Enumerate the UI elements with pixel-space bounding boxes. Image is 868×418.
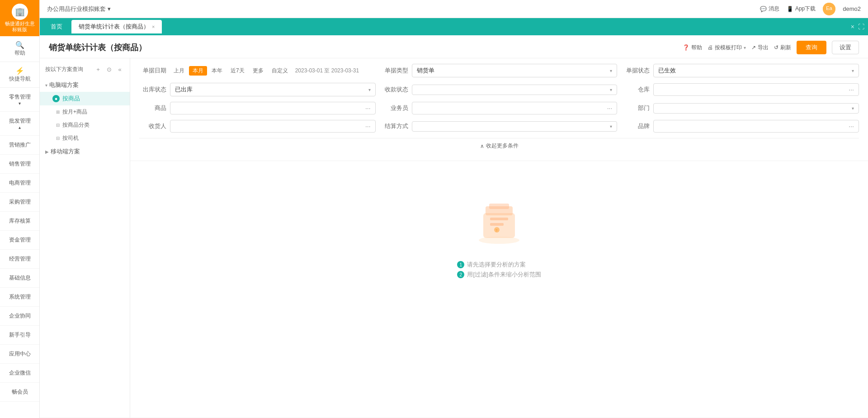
salesperson-more-icon[interactable]: ··· xyxy=(607,104,613,112)
print-dropdown-icon[interactable]: ▾ xyxy=(744,45,746,50)
tab-home[interactable]: 首页 xyxy=(43,20,70,33)
filter-warehouse: 仓库 ··· xyxy=(623,83,859,96)
filter-goods: 商品 ··· xyxy=(139,102,376,114)
help-button[interactable]: ❓ 帮助 xyxy=(683,44,702,52)
sidebar-item-inventory[interactable]: 库存核算 xyxy=(0,212,39,231)
search-menu-label: 帮助 xyxy=(0,49,39,57)
add-scheme-button[interactable]: + xyxy=(94,65,103,74)
collapse-scheme-button[interactable]: « xyxy=(115,65,124,74)
sidebar-item-apps[interactable]: 应用中心 xyxy=(0,345,39,364)
app-download-button[interactable]: 📱 App下载 xyxy=(787,5,816,13)
sidebar-item-system[interactable]: 系统管理 xyxy=(0,288,39,307)
dept-select[interactable]: ▾ xyxy=(653,103,859,114)
minimize-button[interactable]: × xyxy=(851,23,854,30)
brand-more-icon[interactable]: ··· xyxy=(849,123,854,130)
scheme-item-by-driver[interactable]: ⊟ 按司机 xyxy=(40,132,130,145)
help-label: 帮助 xyxy=(691,44,702,52)
sidebar-item-retail[interactable]: 零售管理▾ xyxy=(0,88,39,112)
scheme-item-by-category[interactable]: ⊟ 按商品分类 xyxy=(40,119,130,132)
pc-group-expand-icon: ▾ xyxy=(45,83,47,88)
date-tab-more[interactable]: 更多 xyxy=(249,66,267,76)
nav-items: 零售管理▾ 批发管理▴ 营销推广 销售管理 电商管理 采购管理 库存核算 资金管… xyxy=(0,88,39,418)
scheme-group-mobile[interactable]: ▶ 移动端方案 xyxy=(40,145,130,158)
user-avatar[interactable] xyxy=(823,3,835,15)
settlement-dropdown-icon: ▾ xyxy=(610,124,612,129)
date-tabs: 上月 本月 本年 近7天 更多 自定义 xyxy=(170,66,292,76)
date-tab-this-month[interactable]: 本月 xyxy=(189,66,207,76)
user-name[interactable]: demo2 xyxy=(843,5,861,12)
out-status-select[interactable]: 已出库 ▾ xyxy=(170,83,376,96)
pc-group-label: 电脑端方案 xyxy=(49,81,79,89)
app-name: 畅捷通好生意 xyxy=(2,21,38,27)
warehouse-more-icon[interactable]: ··· xyxy=(849,86,854,93)
filter-panel: 单据日期 上月 本月 本年 近7天 更多 自定义 xyxy=(130,58,868,159)
empty-icon: ? xyxy=(472,197,526,252)
export-button[interactable]: ↗ 导出 xyxy=(751,44,769,52)
receiver-input[interactable]: ··· xyxy=(170,120,376,133)
sidebar-item-sales[interactable]: 销售管理 xyxy=(0,155,39,174)
doc-type-value: 销货单 xyxy=(417,66,434,75)
collapse-bar[interactable]: ∧ 收起更多条件 xyxy=(139,138,859,153)
collapse-label: 收起更多条件 xyxy=(486,142,519,150)
scheme-item-by-month-goods[interactable]: ⊞ 按月+商品 xyxy=(40,105,130,119)
brand-label: 品牌 xyxy=(623,122,650,130)
app-subtitle: 标账版 xyxy=(2,27,38,33)
settlement-label: 结算方式 xyxy=(381,122,408,130)
doc-type-select[interactable]: 销货单 ▾ xyxy=(412,64,618,77)
sidebar-item-search[interactable]: 🔍 帮助 xyxy=(0,36,39,62)
doc-type-dropdown-icon: ▾ xyxy=(610,68,612,73)
goods-more-icon[interactable]: ··· xyxy=(365,104,371,112)
app-download-label: App下载 xyxy=(795,5,816,13)
category-icon: ⊟ xyxy=(56,123,60,128)
logo-area[interactable]: 🏢 畅捷通好生意 标账版 xyxy=(0,0,39,36)
warehouse-input[interactable]: ··· xyxy=(653,83,859,96)
goods-input[interactable]: ··· xyxy=(170,102,376,114)
date-tab-last-month[interactable]: 上月 xyxy=(170,66,188,76)
sidebar-item-operations[interactable]: 经营管理 xyxy=(0,250,39,269)
sidebar-item-basic[interactable]: 基础信息 xyxy=(0,269,39,288)
sidebar-item-member[interactable]: 畅会员 xyxy=(0,383,39,402)
payment-select[interactable]: ▾ xyxy=(412,85,618,95)
sidebar-item-enterprise[interactable]: 企业协同 xyxy=(0,307,39,326)
help-icon: ❓ xyxy=(683,44,689,51)
svg-rect-3 xyxy=(489,204,509,209)
maximize-button[interactable]: ⛶ xyxy=(858,23,864,30)
sidebar-item-purchase[interactable]: 采购管理 xyxy=(0,193,39,212)
salesperson-input[interactable]: ··· xyxy=(412,102,618,114)
out-status-label: 出库状态 xyxy=(139,86,166,94)
sidebar-item-wechat[interactable]: 企业微信 xyxy=(0,364,39,383)
sidebar-item-ecommerce[interactable]: 电商管理 xyxy=(0,174,39,193)
scheme-item-by-goods-label: 按商品 xyxy=(62,95,80,103)
edit-scheme-button[interactable]: ⊙ xyxy=(104,65,113,74)
sidebar-item-finance[interactable]: 资金管理 xyxy=(0,231,39,250)
tab-active[interactable]: 销货单统计计表（按商品） × xyxy=(71,20,162,33)
date-tab-this-year[interactable]: 本年 xyxy=(208,66,226,76)
scheme-group-pc-title[interactable]: ▾ 电脑端方案 xyxy=(40,78,130,92)
sidebar-item-guide[interactable]: 新手引导 xyxy=(0,326,39,345)
scheme-header: 按以下方案查询 + ⊙ « xyxy=(40,62,130,76)
refresh-button[interactable]: ↺ 刷新 xyxy=(774,44,791,52)
receiver-label: 收货人 xyxy=(139,122,166,130)
scheme-item-by-goods[interactable]: ● 按商品 xyxy=(40,92,130,105)
sidebar-item-wholesale[interactable]: 批发管理▴ xyxy=(0,112,39,136)
doc-status-select[interactable]: 已生效 ▾ xyxy=(653,64,859,77)
receiver-more-icon[interactable]: ··· xyxy=(365,123,371,130)
date-tab-custom[interactable]: 自定义 xyxy=(268,66,292,76)
app-selector[interactable]: 办公用品行业模拟账套 ▾ xyxy=(47,5,111,13)
message-button[interactable]: 💬 消息 xyxy=(760,5,779,13)
query-button[interactable]: 查询 xyxy=(797,41,826,54)
quick-nav-label: 快捷导航 xyxy=(0,75,39,83)
brand-input[interactable]: ··· xyxy=(653,120,859,133)
print-button[interactable]: 🖨 按模板打印 ▾ xyxy=(708,44,746,52)
date-tab-7days[interactable]: 近7天 xyxy=(227,66,248,76)
warehouse-label: 仓库 xyxy=(623,86,650,94)
filter-receiver: 收货人 ··· xyxy=(139,120,376,133)
close-tab-button[interactable]: × xyxy=(152,24,155,29)
settings-button[interactable]: 设置 xyxy=(832,41,859,54)
sidebar-item-marketing[interactable]: 营销推广 xyxy=(0,136,39,155)
settlement-select[interactable]: ▾ xyxy=(412,121,618,132)
topbar: 办公用品行业模拟账套 ▾ 💬 消息 📱 App下载 demo2 xyxy=(40,0,868,18)
filter-row-4: 收货人 ··· 结算方式 xyxy=(139,120,859,133)
sidebar-item-quick-nav[interactable]: ⚡ 快捷导航 xyxy=(0,62,39,88)
message-label: 消息 xyxy=(769,5,779,13)
